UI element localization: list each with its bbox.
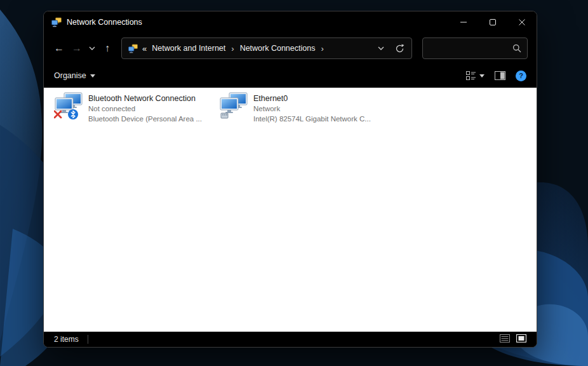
connection-title: Ethernet0 bbox=[253, 93, 371, 104]
back-button[interactable]: ← bbox=[50, 39, 68, 58]
connection-tile-text: Bluetooth Network Connection Not connect… bbox=[88, 92, 202, 124]
titlebar: Network Connections bbox=[44, 11, 537, 33]
caption-buttons bbox=[449, 11, 537, 33]
command-bar: Organise bbox=[44, 64, 537, 88]
chevron-down-icon bbox=[90, 74, 95, 78]
location-icon bbox=[128, 43, 138, 53]
window-title: Network Connections bbox=[67, 18, 142, 27]
connection-status: Not connected bbox=[88, 104, 202, 114]
items-count: 2 items bbox=[54, 335, 79, 344]
help-icon: ? bbox=[519, 72, 523, 79]
preview-pane-icon bbox=[495, 71, 505, 80]
large-icons-view-button[interactable] bbox=[516, 334, 526, 345]
search-input[interactable] bbox=[428, 43, 512, 53]
breadcrumb-item-network-connections[interactable]: Network Connections bbox=[239, 44, 317, 53]
organise-menu-button[interactable]: Organise bbox=[54, 71, 95, 80]
chevron-down-icon bbox=[89, 46, 95, 50]
details-view-button[interactable] bbox=[500, 334, 510, 345]
recent-locations-button[interactable] bbox=[86, 39, 98, 58]
chevron-down-icon bbox=[378, 46, 384, 50]
close-button[interactable] bbox=[507, 11, 537, 33]
ethernet-connection-icon bbox=[219, 92, 248, 120]
address-bar[interactable]: « Network and Internet › Network Connect… bbox=[121, 37, 412, 59]
connection-tile-text: Ethernet0 Network Intel(R) 82574L Gigabi… bbox=[253, 92, 371, 124]
connection-status: Network bbox=[253, 104, 371, 114]
organise-label: Organise bbox=[54, 71, 86, 80]
status-view-toggles bbox=[500, 334, 526, 345]
minimize-button[interactable] bbox=[449, 11, 478, 33]
up-button[interactable]: ↑ bbox=[98, 39, 116, 58]
address-dropdown-button[interactable] bbox=[373, 46, 389, 50]
forward-button[interactable]: → bbox=[68, 39, 86, 58]
command-bar-right: ? bbox=[466, 71, 526, 81]
connection-title: Bluetooth Network Connection bbox=[88, 93, 202, 104]
connection-device: Intel(R) 82574L Gigabit Network C... bbox=[253, 114, 371, 124]
large-icons-view-icon bbox=[516, 334, 526, 342]
breadcrumb-item-network-and-internet[interactable]: Network and Internet bbox=[150, 44, 227, 53]
breadcrumb-overflow-button[interactable]: « bbox=[142, 44, 147, 53]
network-connections-app-icon bbox=[51, 17, 62, 27]
connection-device: Bluetooth Device (Personal Area ... bbox=[88, 114, 202, 124]
preview-pane-button[interactable] bbox=[495, 71, 505, 80]
refresh-icon bbox=[395, 44, 404, 53]
file-list-area[interactable]: Bluetooth Network Connection Not connect… bbox=[44, 88, 537, 332]
connection-tile-bluetooth[interactable]: Bluetooth Network Connection Not connect… bbox=[54, 92, 213, 124]
status-bar: 2 items bbox=[44, 332, 537, 347]
network-connections-window: Network Connections ← → bbox=[43, 11, 537, 348]
search-icon bbox=[512, 44, 522, 53]
breadcrumb-separator[interactable]: › bbox=[316, 44, 328, 53]
forward-icon: → bbox=[72, 43, 82, 54]
breadcrumb-separator[interactable]: › bbox=[227, 44, 238, 53]
up-icon: ↑ bbox=[105, 43, 110, 54]
change-view-button[interactable] bbox=[466, 71, 484, 80]
chevron-down-icon bbox=[479, 74, 484, 78]
help-button[interactable]: ? bbox=[516, 71, 526, 81]
maximize-button[interactable] bbox=[478, 11, 507, 33]
view-options-icon bbox=[466, 71, 476, 80]
status-divider bbox=[88, 335, 88, 344]
connection-tile-ethernet[interactable]: Ethernet0 Network Intel(R) 82574L Gigabi… bbox=[219, 92, 378, 124]
back-icon: ← bbox=[54, 43, 64, 54]
refresh-button[interactable] bbox=[391, 44, 408, 53]
search-box[interactable] bbox=[422, 37, 528, 59]
details-view-icon bbox=[500, 334, 510, 342]
bluetooth-connection-icon bbox=[54, 92, 83, 120]
navigation-bar: ← → ↑ « Network and Internet › Network C bbox=[44, 33, 537, 64]
